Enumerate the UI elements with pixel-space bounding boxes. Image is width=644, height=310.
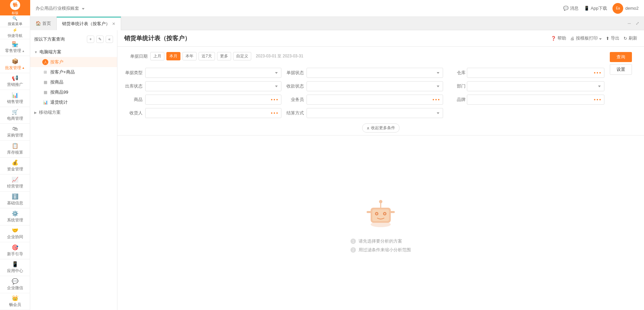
- add-scheme-btn[interactable]: +: [87, 36, 94, 43]
- doc-status-input[interactable]: [307, 68, 443, 78]
- template-print-btn[interactable]: 🖨 按模板打印: [570, 35, 602, 41]
- wholesale-arrow-icon: ▲: [22, 66, 25, 69]
- sales-icon: 📊: [12, 92, 18, 98]
- payment-label: 结算方式: [285, 110, 304, 116]
- tab-close-btn[interactable]: ✕: [112, 21, 115, 26]
- download-icon: 📱: [584, 6, 589, 11]
- enterprise-icon: 🤝: [12, 227, 18, 234]
- purchase-icon: 🛍: [12, 126, 18, 132]
- empty-tip-1: 1 请先选择要分析的方案: [351, 238, 411, 244]
- salesperson-input[interactable]: [307, 95, 443, 105]
- consignee-dots: [271, 112, 278, 114]
- sidebar-item-sales[interactable]: 📊 销售管理: [0, 90, 30, 107]
- date-7days-btn[interactable]: 近7天: [199, 52, 215, 60]
- consignee-input[interactable]: [145, 108, 281, 118]
- edit-scheme-btn[interactable]: ✎: [96, 36, 104, 43]
- customer-goods-scheme-icon: ⊞: [42, 69, 48, 75]
- sidebar-item-basic[interactable]: ℹ️ 基础信息: [0, 192, 30, 208]
- dept-input[interactable]: [467, 81, 604, 91]
- mobile-scheme-section[interactable]: ▶ 移动端方案: [30, 107, 117, 117]
- goods-input[interactable]: [145, 95, 281, 105]
- payment-input[interactable]: [307, 108, 443, 118]
- pc-scheme-parent[interactable]: ▼ 电脑端方案: [30, 47, 117, 57]
- message-btn[interactable]: 💬 消息: [563, 5, 579, 11]
- filter-doc-status: 单据状态: [285, 68, 443, 78]
- svg-rect-9: [367, 211, 371, 213]
- user-avatar: Ea: [612, 3, 623, 14]
- sidebar-item-system[interactable]: ⚙️ 系统管理: [0, 208, 30, 225]
- sidebar-item-quick-nav[interactable]: ⚡ 快捷导航: [0, 27, 30, 39]
- app-download-btn[interactable]: 📱 App下载: [584, 5, 607, 11]
- wholesale-icon: 📦: [12, 58, 18, 64]
- date-this-month-btn[interactable]: 本月: [166, 52, 180, 60]
- dept-label: 部门: [447, 83, 466, 89]
- collapse-panel-btn[interactable]: «: [106, 36, 113, 43]
- scheme-by-customer[interactable]: 人 按客户: [30, 57, 117, 67]
- filter-dept-row: 部门: [447, 81, 604, 91]
- goods-scheme-icon: ▦: [42, 79, 48, 85]
- goods-label: 商品: [124, 97, 143, 103]
- industry-dropdown-icon[interactable]: [82, 6, 85, 11]
- left-panel: 按以下方案查询 + ✎ « ▼ 电脑端方案: [30, 30, 117, 310]
- brand-label: 品牌: [447, 97, 466, 103]
- sidebar-item-ecommerce[interactable]: 🛒 电商管理: [0, 107, 30, 124]
- top-header: 办公用品行业模拟账套 💬 消息 📱 App下载 Ea demo2: [30, 0, 644, 17]
- dept-dropdown-icon: [598, 86, 601, 87]
- sidebar-item-wechat[interactable]: 💬 企业微信: [0, 276, 30, 293]
- window-maximize-btn[interactable]: ⤢: [635, 21, 640, 26]
- filter-out-status: 出库状态: [124, 81, 281, 91]
- doc-status-label: 单据状态: [285, 70, 304, 76]
- refresh-icon: ↻: [624, 36, 627, 41]
- sidebar-item-finance[interactable]: 💰 资金管理: [0, 158, 30, 174]
- window-minimize-btn[interactable]: ─: [627, 21, 632, 26]
- sidebar-item-guide[interactable]: 🎯 新手引导: [0, 242, 30, 259]
- message-icon: 💬: [563, 6, 569, 11]
- date-custom-btn[interactable]: 自定义: [233, 52, 251, 60]
- date-more-btn[interactable]: 更多: [217, 52, 231, 60]
- query-btn[interactable]: 查询: [610, 52, 632, 62]
- sidebar-item-retail[interactable]: 🏪 零售管理 ▲: [0, 39, 30, 56]
- sidebar-item-purchase[interactable]: 🛍 采购管理: [0, 124, 30, 141]
- svg-point-5: [376, 213, 378, 215]
- sidebar-item-search[interactable]: 🔍 搜索菜单: [0, 15, 30, 27]
- inventory-icon: 📋: [12, 143, 18, 149]
- scheme-return-stats[interactable]: 📊 退货统计: [30, 97, 117, 107]
- print-icon: 🖨: [570, 36, 575, 41]
- salesperson-label: 业务员: [285, 97, 304, 103]
- scheme-by-goods[interactable]: ▦ 按商品: [30, 77, 117, 87]
- wechat-icon: 💬: [12, 278, 18, 285]
- doc-type-input[interactable]: [145, 68, 281, 78]
- sidebar-item-operations[interactable]: 📈 经营管理: [0, 174, 30, 191]
- out-status-label: 出库状态: [124, 83, 143, 89]
- header-left: 办公用品行业模拟账套: [36, 5, 85, 11]
- sidebar-item-enterprise[interactable]: 🤝 企业协同: [0, 225, 30, 242]
- warehouse-input[interactable]: [467, 68, 604, 78]
- tab-home[interactable]: 🏠 首页: [30, 17, 57, 30]
- retail-icon: 🏪: [12, 41, 18, 47]
- appcenter-icon: 📱: [12, 261, 18, 267]
- sidebar-item-appcenter[interactable]: 📱 应用中心: [0, 259, 30, 276]
- brand-input[interactable]: [467, 95, 604, 105]
- industry-selector[interactable]: 办公用品行业模拟账套: [36, 5, 79, 11]
- tab-sales-stats[interactable]: 销货单统计表（按客户） ✕: [57, 17, 121, 30]
- user-menu[interactable]: Ea demo2: [612, 3, 639, 14]
- date-this-year-btn[interactable]: 本年: [182, 52, 197, 60]
- return-scheme-icon: 📊: [42, 99, 48, 105]
- sidebar-item-wholesale[interactable]: 📦 批发管理 ▲: [0, 56, 30, 73]
- mobile-arrow-icon: ▶: [34, 111, 37, 114]
- sidebar-item-member[interactable]: 👑 畅会员: [0, 293, 30, 310]
- scheme-by-customer-goods[interactable]: ⊞ 按客户+商品: [30, 67, 117, 77]
- sidebar-item-inventory[interactable]: 📋 库存核算: [0, 141, 30, 157]
- collection-input[interactable]: [307, 81, 443, 91]
- date-last-month-btn[interactable]: 上月: [150, 52, 164, 60]
- sidebar-item-marketing[interactable]: 📢 营销推广: [0, 73, 30, 90]
- out-status-input[interactable]: [145, 81, 281, 91]
- svg-point-6: [384, 213, 386, 215]
- help-btn[interactable]: ❓ 帮助: [551, 35, 566, 41]
- collapse-more-btn[interactable]: ∧ 收起更多条件: [362, 123, 399, 133]
- refresh-btn[interactable]: ↻ 刷新: [624, 35, 637, 41]
- collection-dropdown-icon: [437, 86, 439, 87]
- settings-btn[interactable]: 设置: [610, 64, 632, 75]
- scheme-by-goods-99[interactable]: ▦ 按商品99: [30, 87, 117, 97]
- export-btn[interactable]: ⬆ 导出: [606, 35, 620, 41]
